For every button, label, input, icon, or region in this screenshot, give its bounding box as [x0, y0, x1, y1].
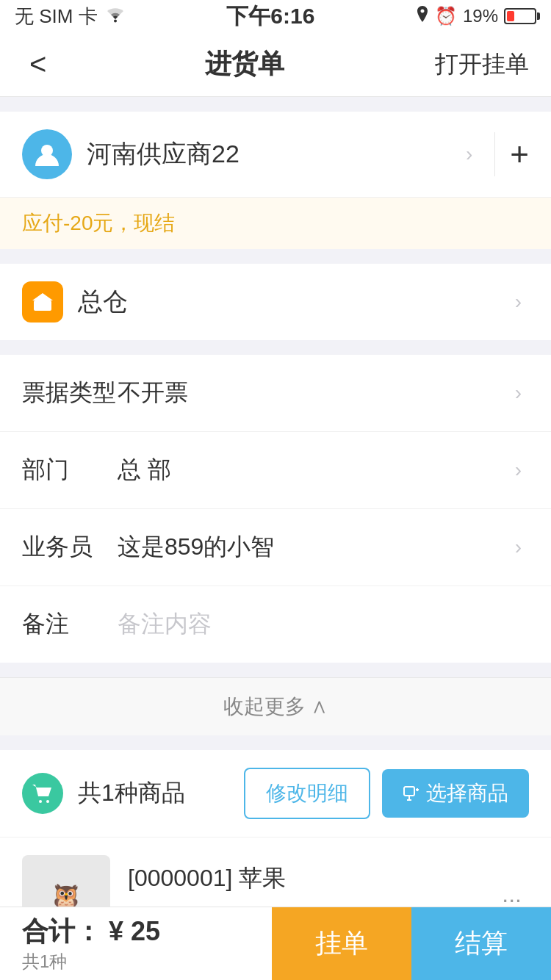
warehouse-icon-wrap — [22, 281, 63, 323]
summary-total: 合计： ¥ 25 — [22, 914, 272, 950]
open-hang-button[interactable]: 打开挂单 — [435, 48, 529, 81]
invoice-type-value: 不开票 — [118, 377, 515, 409]
hang-order-button[interactable]: 挂单 — [272, 907, 411, 981]
salesperson-value: 这是859的小智 — [118, 531, 515, 563]
total-amount: ¥ 25 — [109, 916, 160, 946]
svg-point-5 — [46, 800, 49, 803]
svg-rect-6 — [404, 787, 414, 796]
warehouse-label: 总仓 — [78, 285, 515, 319]
salesperson-label: 业务员 — [22, 531, 118, 563]
summary-count: 共1种 — [22, 950, 272, 973]
salesperson-row[interactable]: 业务员 这是859的小智 › — [0, 509, 551, 586]
salesperson-chevron: › — [515, 536, 522, 559]
supplier-name: 河南供应商22 — [87, 137, 466, 171]
add-supplier-button[interactable]: + — [510, 136, 529, 173]
invoice-type-label: 票据类型 — [22, 377, 118, 409]
supplier-section: 河南供应商22 › + 应付-20元，现结 — [0, 112, 551, 249]
svg-rect-3 — [40, 305, 46, 311]
back-button[interactable]: < — [22, 40, 54, 88]
products-header: 共1种商品 修改明细 选择商品 — [0, 750, 551, 837]
checkout-button[interactable]: 结算 — [411, 907, 551, 981]
supplier-row[interactable]: 河南供应商22 › + — [0, 112, 551, 198]
department-label: 部门 — [22, 454, 118, 486]
collapse-bar[interactable]: 收起更多 ∧ — [0, 677, 551, 735]
summary-info: 合计： ¥ 25 共1种 — [0, 914, 272, 973]
remark-placeholder[interactable]: 备注内容 — [118, 608, 529, 641]
status-bar: 无 SIM 卡 下午6:16 ⏰ 19% — [0, 0, 551, 32]
select-product-button[interactable]: 选择商品 — [382, 769, 529, 818]
select-product-label: 选择商品 — [426, 779, 508, 807]
alarm-icon: ⏰ — [435, 6, 457, 26]
battery-icon — [504, 8, 536, 24]
nav-bar: < 进货单 打开挂单 — [0, 32, 551, 97]
supplier-avatar — [22, 129, 72, 179]
remark-label: 备注 — [22, 608, 118, 641]
department-row[interactable]: 部门 总 部 › — [0, 432, 551, 509]
battery-percent: 19% — [463, 6, 498, 26]
page-title: 进货单 — [205, 46, 284, 82]
wifi-icon — [105, 5, 126, 28]
status-left: 无 SIM 卡 — [15, 4, 126, 29]
product-name: [0000001] 苹果 — [128, 862, 494, 895]
vertical-divider — [494, 132, 495, 176]
warehouse-row[interactable]: 总仓 › — [0, 264, 551, 340]
total-label: 合计： — [22, 916, 101, 946]
status-time: 下午6:16 — [226, 1, 314, 32]
remark-row[interactable]: 备注 备注内容 — [0, 586, 551, 663]
supplier-chevron-icon: › — [466, 143, 472, 166]
supplier-notice: 应付-20元，现结 — [0, 198, 551, 249]
status-right: ⏰ 19% — [416, 6, 536, 26]
bottom-summary: 合计： ¥ 25 共1种 挂单 结算 — [0, 907, 551, 980]
svg-point-0 — [114, 19, 117, 22]
department-value: 总 部 — [118, 454, 515, 486]
form-section: 票据类型 不开票 › 部门 总 部 › 业务员 这是859的小智 › 备注 备注… — [0, 355, 551, 663]
products-count: 共1种商品 — [78, 777, 244, 810]
invoice-type-row[interactable]: 票据类型 不开票 › — [0, 355, 551, 432]
warehouse-chevron-icon: › — [515, 290, 522, 314]
cart-icon-wrap — [22, 773, 63, 814]
carrier-text: 无 SIM 卡 — [15, 4, 98, 29]
svg-point-4 — [39, 800, 42, 803]
location-icon — [416, 6, 429, 26]
invoice-type-chevron: › — [515, 381, 522, 405]
edit-detail-button[interactable]: 修改明细 — [244, 768, 370, 819]
warehouse-section: 总仓 › — [0, 264, 551, 340]
department-chevron: › — [515, 458, 522, 482]
